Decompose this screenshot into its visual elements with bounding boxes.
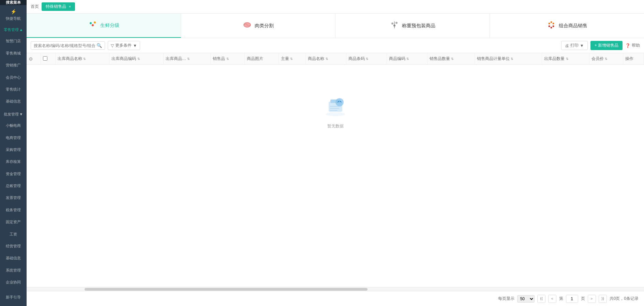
help-button[interactable]: ❓ 帮助	[625, 43, 640, 48]
meat-cut-icon	[242, 20, 252, 32]
sidebar-item-member-center[interactable]: 会员中心	[0, 72, 27, 83]
sort-icon-out-goods-name: ⇅	[83, 57, 86, 61]
sidebar-item-new-guide[interactable]: 新手引导	[1, 291, 25, 303]
svg-point-11	[549, 25, 550, 27]
empty-icon	[322, 92, 349, 119]
sidebar-item-enterprise-coop[interactable]: 企业协同	[0, 276, 27, 288]
active-tab[interactable]: 特殊销售品 ×	[42, 2, 75, 11]
search-icon: 🔍	[96, 43, 102, 48]
table-container: ⚙ 出库商品名称 ⇅ 出库商品编码 ⇅ 出库商品… ⇅	[27, 53, 644, 287]
sort-icon-sales-qty: ⇅	[451, 57, 454, 61]
toolbar-left: 🔍 ▽ 更多条件 ▼	[31, 41, 140, 50]
svg-point-1	[92, 24, 94, 26]
gear-icon: ⚙	[29, 56, 33, 62]
prev-page-button[interactable]: ＜	[548, 295, 556, 303]
col-sales-goods[interactable]: 销售品 ⇅	[211, 53, 244, 65]
combo-sales-icon	[546, 20, 556, 32]
sidebar-item-retail-mgmt[interactable]: 零售管理 ▲	[0, 25, 27, 35]
search-box[interactable]: 🔍	[31, 41, 105, 50]
sidebar-item-ledger-mgmt[interactable]: 总账管理	[0, 180, 27, 192]
sidebar-item-settings[interactable]: ⚙	[1, 303, 25, 306]
svg-point-0	[90, 22, 92, 24]
svg-point-4	[391, 22, 393, 25]
sidebar-item-inventory[interactable]: 库存核算	[0, 156, 27, 168]
sidebar-item-invoice-mgmt[interactable]: 发票管理	[0, 192, 27, 204]
horizontal-scrollbar[interactable]	[27, 287, 644, 291]
col-sales-unit[interactable]: 销售商品计量单位 ⇅	[475, 53, 542, 65]
sort-icon-out-qty: ⇅	[566, 57, 569, 61]
empty-state: 暂无数据	[27, 65, 644, 156]
page-label-suffix: 页	[581, 296, 585, 302]
sidebar-item-quick-nav[interactable]: ⚡ 快捷导航	[0, 5, 27, 25]
next-page-button[interactable]: ＞	[588, 295, 596, 303]
col-gear[interactable]: ⚙	[27, 53, 41, 65]
help-icon: ❓	[625, 43, 630, 48]
close-tab-icon[interactable]: ×	[69, 5, 71, 9]
svg-point-18	[338, 101, 339, 102]
select-all-checkbox[interactable]	[43, 56, 47, 61]
sidebar-item-retail-mall[interactable]: 零售商城	[0, 47, 27, 59]
sidebar-item-sys-mgmt[interactable]: 系统管理	[0, 264, 27, 276]
sidebar-item-wages[interactable]: 工资	[0, 228, 27, 240]
sidebar-item-retail-stats[interactable]: 零售统计	[0, 83, 27, 95]
col-ops: 操作	[623, 53, 644, 65]
cat-tab-fresh-grade[interactable]: 生鲜分级	[27, 14, 181, 38]
col-out-qty[interactable]: 出库品数量 ⇅	[542, 53, 589, 65]
col-goods-name[interactable]: 商品名称 ⇅	[306, 53, 346, 65]
sidebar-item-basic-info[interactable]: 基础信息	[0, 95, 27, 107]
sidebar-item-tax-mgmt[interactable]: 税务管理	[0, 204, 27, 216]
chevron-down-icon: ▲	[19, 27, 23, 32]
pagination-bar: 每页显示 50 10 20 100 ⟨⟨ ＜ 第 页 ＞ ⟩⟩ 共0页，0条记录	[27, 291, 644, 306]
sort-icon-member-price: ⇅	[605, 57, 608, 61]
sidebar-item-basic-info2[interactable]: 基础信息	[0, 252, 27, 264]
sidebar-item-mini-ecom[interactable]: 小畅电商	[0, 120, 27, 132]
svg-point-6	[395, 22, 398, 24]
sidebar-item-ops-mgmt[interactable]: 经营管理	[0, 240, 27, 252]
page-input[interactable]	[566, 295, 578, 303]
col-checkbox[interactable]	[41, 53, 56, 65]
search-input[interactable]	[34, 43, 95, 48]
sidebar-item-finance-mgmt[interactable]: 资金管理	[0, 168, 27, 180]
sort-icon-sales-goods: ⇅	[226, 57, 229, 61]
svg-point-13	[553, 25, 554, 27]
total-label: 共0页，0条记录	[610, 296, 639, 302]
filter-button[interactable]: ▽ 更多条件 ▼	[108, 41, 140, 50]
col-goods-barcode[interactable]: 商品条码 ⇅	[346, 53, 387, 65]
last-page-button[interactable]: ⟩⟩	[599, 295, 607, 303]
col-goods-img[interactable]: 商品图片	[244, 53, 279, 65]
col-out-goods-name[interactable]: 出库商品名称 ⇅	[56, 53, 109, 65]
sidebar-item-smart-store[interactable]: 智慧门店	[0, 35, 27, 47]
svg-point-8	[549, 22, 550, 24]
cat-label-meat-cut: 肉类分割	[255, 23, 274, 29]
first-page-button[interactable]: ⟨⟨	[537, 295, 545, 303]
category-tabs: 生鲜分级 肉类分割 称重预包装商品	[27, 14, 644, 38]
cat-tab-combo-sales[interactable]: 组合商品销售	[490, 14, 644, 38]
sidebar-item-purchase-mgmt[interactable]: 采购管理	[0, 144, 27, 156]
filter-icon: ▽	[111, 43, 114, 48]
col-out-goods-x[interactable]: 出库商品… ⇅	[163, 53, 211, 65]
scale-packed-icon	[390, 20, 399, 32]
cat-tab-scale-packed[interactable]: 称重预包装商品	[335, 14, 490, 38]
svg-point-2	[94, 21, 96, 24]
sidebar-item-fixed-assets[interactable]: 固定资产	[0, 216, 27, 228]
sort-icon-goods-code: ⇅	[406, 57, 409, 61]
sidebar-item-wholesale-mgmt[interactable]: 批发管理 ▼	[0, 109, 27, 120]
add-sales-button[interactable]: + 新增销售品	[590, 41, 623, 50]
topbar: 首页 特殊销售品 ×	[27, 0, 644, 14]
sidebar-item-sales-promo[interactable]: 营销推广	[0, 59, 27, 71]
col-member-price[interactable]: 会员价 ⇅	[589, 53, 623, 65]
quick-nav-icon: ⚡	[1, 9, 25, 15]
sort-icon-sales-unit: ⇅	[511, 57, 513, 61]
col-main-weight[interactable]: 主量 ⇅	[279, 53, 305, 65]
cat-tab-meat-cut[interactable]: 肉类分割	[181, 14, 335, 38]
scrollbar-thumb[interactable]	[85, 288, 368, 291]
col-goods-code[interactable]: 商品编码 ⇅	[387, 53, 428, 65]
sort-icon-goods-name: ⇅	[326, 57, 328, 61]
print-button[interactable]: 🖨 打印 ▼	[561, 41, 588, 50]
col-out-goods-code[interactable]: 出库商品编码 ⇅	[109, 53, 163, 65]
sidebar-item-ecom-mgmt[interactable]: 电商管理	[0, 132, 27, 144]
per-page-select[interactable]: 50 10 20 100	[517, 295, 535, 303]
home-link[interactable]: 首页	[31, 4, 39, 10]
col-sales-qty[interactable]: 销售品数量 ⇅	[427, 53, 475, 65]
main-content: 首页 特殊销售品 × 生鲜分级	[27, 0, 644, 306]
